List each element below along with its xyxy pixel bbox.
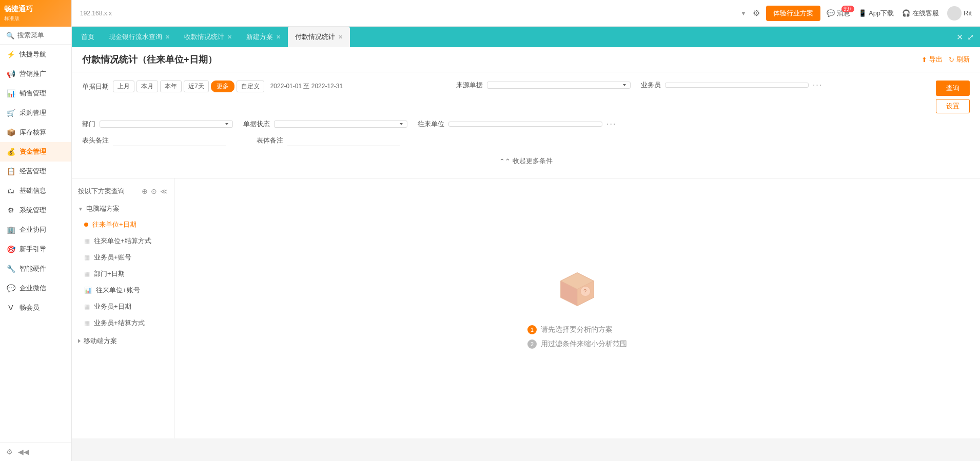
date-btn-last-month[interactable]: 上月 [113, 81, 134, 92]
sidebar-item-marketing[interactable]: 📢 营销推广 [0, 64, 71, 84]
scheme-item-partner-date[interactable]: 往来单位+日期 [72, 216, 174, 233]
partner-select[interactable] [448, 122, 602, 127]
mobile-group-title[interactable]: 移动端方案 [72, 333, 174, 349]
body-remark-input[interactable] [287, 135, 400, 146]
source-voucher-select[interactable] [487, 82, 631, 89]
date-btn-this-year[interactable]: 本年 [160, 81, 182, 92]
sidebar-operation-label: 经营管理 [19, 167, 46, 176]
app-download-button[interactable]: 📱 App下载 [858, 9, 894, 18]
user-name: Rit [964, 9, 972, 17]
sidebar-item-basic[interactable]: 🗂 基础信息 [0, 181, 71, 201]
sidebar-item-quick-nav[interactable]: ⚡ 快捷导航 [0, 45, 71, 64]
sidebar-header: 畅捷通巧 标准版 [0, 0, 71, 27]
sidebar-purchase-icon: 🛒 [6, 108, 15, 117]
sidebar-item-operation[interactable]: 📋 经营管理 [0, 162, 71, 181]
scheme-item-partner-settle[interactable]: ▦ 往来单位+结算方式 [72, 233, 174, 249]
partner-more-icon[interactable]: ··· [606, 119, 616, 129]
logo: 畅捷通巧 标准版 [4, 5, 33, 22]
desktop-group-title[interactable]: ▼ 电脑端方案 [72, 201, 174, 216]
tab-payment-stats-close-icon[interactable]: ✕ [338, 34, 343, 41]
content-area: 付款情况统计（往来单位+日期） ⬆ 导出 ↻ 刷新 单据日期 上月 [72, 47, 980, 461]
scheme-item-dept-date[interactable]: ▦ 部门+日期 [72, 266, 174, 282]
tab-home[interactable]: 首页 [74, 27, 102, 47]
address-display: 192.168.x.x [80, 10, 734, 17]
scheme-settings-icon[interactable]: ⊙ [151, 187, 157, 195]
sidebar-sales-icon: 📊 [6, 89, 15, 98]
dept-filter: 部门 [82, 119, 233, 129]
date-range-display: 2022-01-01 至 2022-12-31 [270, 82, 343, 91]
sidebar-item-inventory[interactable]: 📦 库存核算 [0, 123, 71, 142]
collapse-up-icon: ⌃⌃ [499, 157, 511, 165]
sidebar-footer: ⚙ ◀◀ [0, 442, 71, 461]
dept-select[interactable] [100, 121, 233, 128]
tab-new-scheme[interactable]: 新建方案 ✕ [239, 27, 288, 47]
scheme-item-partner-account[interactable]: 📊 往来单位+账号 [72, 282, 174, 298]
sidebar-item-hardware[interactable]: 🔧 智能硬件 [0, 259, 71, 278]
date-btn-more[interactable]: 更多 [211, 81, 234, 92]
refresh-button[interactable]: ↻ 刷新 [949, 55, 970, 64]
refresh-label: 刷新 [956, 55, 970, 64]
date-btn-this-month[interactable]: 本月 [136, 81, 158, 92]
export-button[interactable]: ⬆ 导出 [922, 55, 943, 64]
collapse-bar[interactable]: ⌃⌃ 收起更多条件 [82, 152, 970, 170]
date-buttons: 上月 本月 本年 近7天 更多 自定义 [113, 81, 264, 92]
body-remark-filter: 表体备注 [257, 135, 400, 146]
sidebar-inventory-label: 库存核算 [19, 128, 46, 137]
sidebar-item-enterprise[interactable]: 🏢 企业协同 [0, 220, 71, 239]
scheme-item-staff-date[interactable]: ▦ 业务员+日期 [72, 298, 174, 315]
user-avatar[interactable]: Rit [947, 6, 972, 21]
collapse-panel-icon[interactable]: ≪ [160, 187, 168, 195]
header-remark-input[interactable] [113, 135, 226, 146]
app-icon: 📱 [858, 9, 867, 17]
scheme-dept-date-label: 部门+日期 [94, 269, 125, 278]
close-all-tabs-icon[interactable]: ✕ [956, 32, 963, 42]
filter-settings-button[interactable]: 设置 [936, 99, 970, 113]
scheme-item-staff-settle[interactable]: ▦ 业务员+结算方式 [72, 315, 174, 331]
sidebar-finance-icon: 💰 [6, 147, 15, 156]
sidebar-item-finance[interactable]: 💰 资金管理 [0, 142, 71, 162]
sidebar-item-wechat[interactable]: 💬 企业微信 [0, 278, 71, 298]
staff-more-icon[interactable]: ··· [813, 81, 822, 90]
settings-footer-icon[interactable]: ⚙ [6, 448, 13, 456]
table-scheme-icon-1: ▦ [84, 237, 90, 245]
tab-receipt-stats-close-icon[interactable]: ✕ [227, 34, 232, 41]
tab-payment-stats-label: 付款情况统计 [295, 32, 335, 42]
sidebar-item-sales[interactable]: 📊 销售管理 [0, 84, 71, 103]
topbar-settings-icon[interactable]: ⚙ [753, 8, 760, 18]
tab-payment-stats[interactable]: 付款情况统计 ✕ [288, 27, 350, 47]
tab-new-scheme-close-icon[interactable]: ✕ [276, 34, 281, 41]
maximize-icon[interactable]: ⤢ [967, 32, 974, 42]
voucher-status-select[interactable] [274, 121, 407, 128]
sidebar-item-member[interactable]: V 畅会员 [0, 298, 71, 317]
add-scheme-icon[interactable]: ⊕ [142, 187, 148, 195]
date-btn-last-7[interactable]: 近7天 [184, 81, 209, 92]
table-scheme-icon-5: ▦ [84, 319, 90, 327]
online-service-button[interactable]: 🎧 在线客服 [902, 9, 939, 18]
scheme-partner-account-label: 往来单位+账号 [96, 286, 140, 295]
sidebar-marketing-label: 营销推广 [19, 69, 46, 78]
partner-label: 往来单位 [418, 119, 444, 129]
sidebar-item-system[interactable]: ⚙ 系统管理 [0, 201, 71, 220]
tab-receipt-stats[interactable]: 收款情况统计 ✕ [177, 27, 239, 47]
export-label: 导出 [929, 55, 943, 64]
staff-select[interactable] [665, 83, 809, 88]
header-remark-filter: 表头备注 [82, 135, 226, 146]
tab-bank-flow-close-icon[interactable]: ✕ [165, 34, 170, 41]
query-button[interactable]: 查询 [936, 81, 970, 96]
collapse-sidebar-icon[interactable]: ◀◀ [18, 448, 29, 456]
trial-button[interactable]: 体验行业方案 [766, 6, 820, 21]
voucher-date-filter: 单据日期 上月 本月 本年 近7天 更多 自定义 2022-01-01 至 20… [82, 81, 343, 92]
search-menu[interactable]: 🔍 搜索菜单 [0, 27, 71, 45]
sidebar-finance-label: 资金管理 [19, 147, 46, 156]
scheme-item-staff-account[interactable]: ▦ 业务员+账号 [72, 249, 174, 266]
date-btn-custom[interactable]: 自定义 [237, 81, 264, 92]
tab-bank-flow[interactable]: 现金银行流水查询 ✕ [102, 27, 177, 47]
topbar-right: 💬 消息 99+ 📱 App下载 🎧 在线客服 Rit [827, 6, 972, 21]
filter-action-buttons: 查询 设置 [936, 81, 970, 113]
sidebar-item-guide[interactable]: 🎯 新手引导 [0, 239, 71, 259]
mobile-group-arrow-icon [78, 339, 81, 343]
notification-button[interactable]: 💬 消息 99+ [827, 9, 850, 18]
partner-filter: 往来单位 ··· [418, 119, 616, 129]
sidebar-item-purchase[interactable]: 🛒 采购管理 [0, 103, 71, 123]
app-download-label: App下载 [869, 9, 894, 18]
